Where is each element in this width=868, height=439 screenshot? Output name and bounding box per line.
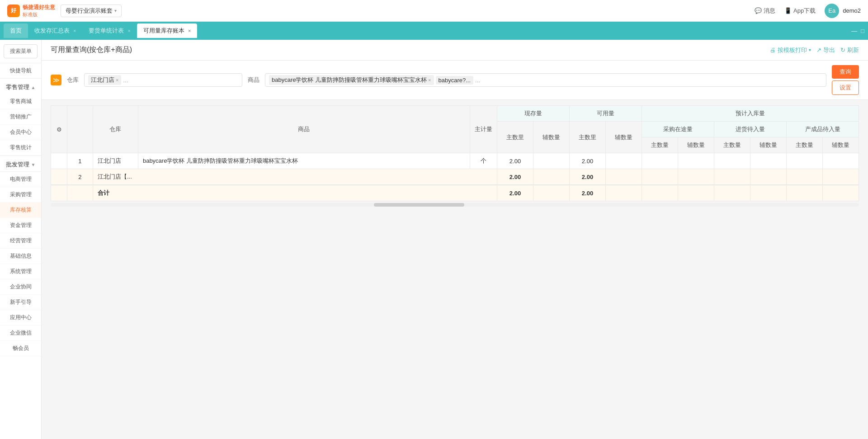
sidebar-item-changhui[interactable]: 畅会员 xyxy=(0,341,41,356)
tab-available-stock[interactable]: 可用量库存账本 × xyxy=(137,24,197,38)
page-actions: 🖨 按模板打印 ▾ ↗ 导出 ↻ 刷新 xyxy=(770,46,859,54)
th-settings: ⚙ xyxy=(51,106,67,153)
app-download-btn[interactable]: 📱 App下载 xyxy=(784,7,816,15)
tab-order-stats-label: 要货单统计表 xyxy=(89,27,124,35)
th-warehouse: 仓库 xyxy=(93,106,138,153)
tab-available-stock-close[interactable]: × xyxy=(188,28,191,33)
horizontal-scrollbar[interactable] xyxy=(51,203,859,207)
product-tag-2[interactable]: babycare?... xyxy=(436,76,474,85)
subtotal-production-aux xyxy=(823,169,859,185)
query-btn[interactable]: 查询 xyxy=(832,65,859,79)
th-production-main: 主数量 xyxy=(787,137,823,153)
total-stock-aux xyxy=(533,185,570,201)
th-incoming-main: 主数量 xyxy=(714,137,750,153)
warehouse-filter-label: 仓库 xyxy=(67,76,79,84)
sidebar-item-retail-mall[interactable]: 零售商城 xyxy=(0,94,41,109)
tab-receive-send[interactable]: 收发存汇总表 × xyxy=(28,24,82,38)
minimize-icon[interactable]: — xyxy=(851,28,857,34)
sidebar-item-inventory[interactable]: 库存核算 xyxy=(0,203,41,218)
product-tag-1[interactable]: babycare学饮杯 儿童防摔防撞吸管杯重力球吸嘴杯宝宝水杯 × xyxy=(269,75,434,85)
total-incoming-main xyxy=(714,185,750,201)
tab-order-stats-close[interactable]: × xyxy=(127,28,130,33)
total-settings-cell xyxy=(51,185,67,201)
sidebar-item-system[interactable]: 系统管理 xyxy=(0,264,41,279)
table-row: 1 江北门店 babycare学饮杯 儿童防摔防撞吸管杯重力球吸嘴杯宝宝水杯 个… xyxy=(51,153,859,169)
message-btn[interactable]: 💬 消息 xyxy=(755,7,775,15)
sidebar-item-ecommerce[interactable]: 电商管理 xyxy=(0,172,41,187)
row-incoming-main-cell xyxy=(714,153,750,169)
column-settings-icon[interactable]: ⚙ xyxy=(57,126,62,133)
logo-main-text: 畅捷通好生意 xyxy=(23,4,55,11)
sidebar-item-appstore[interactable]: 应用中心 xyxy=(0,310,41,326)
total-available-aux xyxy=(606,185,642,201)
sidebar-item-basic[interactable]: 基础信息 xyxy=(0,249,41,264)
sidebar-item-guide[interactable]: 新手引导 xyxy=(0,295,41,310)
sidebar-item-retail[interactable]: 零售管理 ▲ xyxy=(0,79,41,94)
tab-home[interactable]: 首页 xyxy=(4,24,28,38)
th-available-group: 可用量 xyxy=(570,106,642,122)
row-product-cell: babycare学饮杯 儿童防摔防撞吸管杯重力球吸嘴杯宝宝水杯 xyxy=(138,153,470,169)
total-purchase-main xyxy=(642,185,678,201)
row-unit-cell: 个 xyxy=(470,153,497,169)
settings-btn[interactable]: 设置 xyxy=(832,80,859,95)
warehouse-filter-more[interactable]: ... xyxy=(123,77,128,84)
row-available-aux-cell xyxy=(606,153,642,169)
export-btn[interactable]: ↗ 导出 xyxy=(816,46,835,54)
warehouse-tag[interactable]: 江北门店 × xyxy=(88,75,121,85)
maximize-icon[interactable]: □ xyxy=(861,28,864,34)
sidebar-item-finance[interactable]: 资金管理 xyxy=(0,218,41,233)
total-stock-main: 2.00 xyxy=(497,185,533,201)
avatar-text: Ea xyxy=(828,7,835,14)
industry-selector[interactable]: 母婴行业演示账套 ▾ xyxy=(61,5,122,17)
sidebar-item-wholesale[interactable]: 批发管理 ▼ xyxy=(0,156,41,171)
quick-nav-btn[interactable]: 快捷导航 xyxy=(0,63,41,79)
product-tag-1-close[interactable]: × xyxy=(428,77,431,83)
sidebar-item-enterprise[interactable]: 企业协同 xyxy=(0,279,41,295)
sidebar-item-members[interactable]: 会员中心 xyxy=(0,125,41,140)
retail-label: 零售管理 xyxy=(6,83,29,91)
tab-available-stock-label: 可用量库存账本 xyxy=(143,27,184,35)
print-icon: 🖨 xyxy=(770,47,776,53)
th-purchase-group: 采购在途量 xyxy=(642,122,714,137)
sidebar-section-wholesale: 批发管理 ▼ xyxy=(0,156,41,172)
sidebar-item-retail-stats[interactable]: 零售统计 xyxy=(0,140,41,156)
tab-receive-send-close[interactable]: × xyxy=(73,28,76,33)
sidebar-item-marketing[interactable]: 营销推广 xyxy=(0,109,41,125)
total-num-cell xyxy=(67,185,93,201)
print-btn[interactable]: 🖨 按模板打印 ▾ xyxy=(770,46,811,54)
refresh-icon: ↻ xyxy=(840,47,845,53)
sidebar-section-retail: 零售管理 ▲ 零售商城 营销推广 会员中心 零售统计 xyxy=(0,79,41,156)
warehouse-tag-close[interactable]: × xyxy=(116,77,118,83)
tab-home-label: 首页 xyxy=(10,27,22,35)
tab-order-stats[interactable]: 要货单统计表 × xyxy=(82,24,137,38)
total-available-main: 2.00 xyxy=(570,185,606,201)
top-bar-left: 好 畅捷通好生意 标准版 母婴行业演示账套 ▾ xyxy=(7,4,122,18)
refresh-label: 刷新 xyxy=(847,46,859,54)
row-settings-cell xyxy=(51,153,67,169)
sidebar: 搜索菜单 快捷导航 零售管理 ▲ 零售商城 营销推广 会员中心 零售统计 批发管… xyxy=(0,40,42,439)
total-incoming-aux xyxy=(750,185,787,201)
search-menu-btn[interactable]: 搜索菜单 xyxy=(4,44,38,58)
user-profile[interactable]: Ea demo2 xyxy=(825,4,861,18)
sidebar-item-wechat[interactable]: 企业微信 xyxy=(0,326,41,341)
product-filter-more[interactable]: ... xyxy=(475,77,480,84)
row-stock-aux-cell xyxy=(533,153,570,169)
row-incoming-aux-cell xyxy=(750,153,787,169)
th-stock-main: 主数里 xyxy=(497,122,533,153)
total-row: 合计 2.00 2.00 xyxy=(51,185,859,201)
filter-actions: 查询 设置 xyxy=(832,65,859,95)
scrollbar-thumb[interactable] xyxy=(374,203,464,207)
wholesale-label: 批发管理 xyxy=(6,160,29,169)
th-stock-aux: 辅数量 xyxy=(533,122,570,153)
row-purchase-aux-cell xyxy=(678,153,714,169)
product-tag-1-text: babycare学饮杯 儿童防摔防撞吸管杯重力球吸嘴杯宝宝水杯 xyxy=(272,76,427,84)
refresh-btn[interactable]: ↻ 刷新 xyxy=(840,46,859,54)
sidebar-item-operations[interactable]: 经营管理 xyxy=(0,233,41,249)
sidebar-item-purchase[interactable]: 采购管理 xyxy=(0,187,41,203)
data-table: ⚙ 仓库 商品 主计量 现存量 xyxy=(51,105,859,201)
row-available-main-cell: 2.00 xyxy=(570,153,606,169)
expand-filter-btn[interactable]: ≫ xyxy=(51,75,61,85)
subtotal-available-aux xyxy=(606,169,642,185)
top-bar-right: 💬 消息 📱 App下载 Ea demo2 xyxy=(755,4,861,18)
row-purchase-main-cell xyxy=(642,153,678,169)
